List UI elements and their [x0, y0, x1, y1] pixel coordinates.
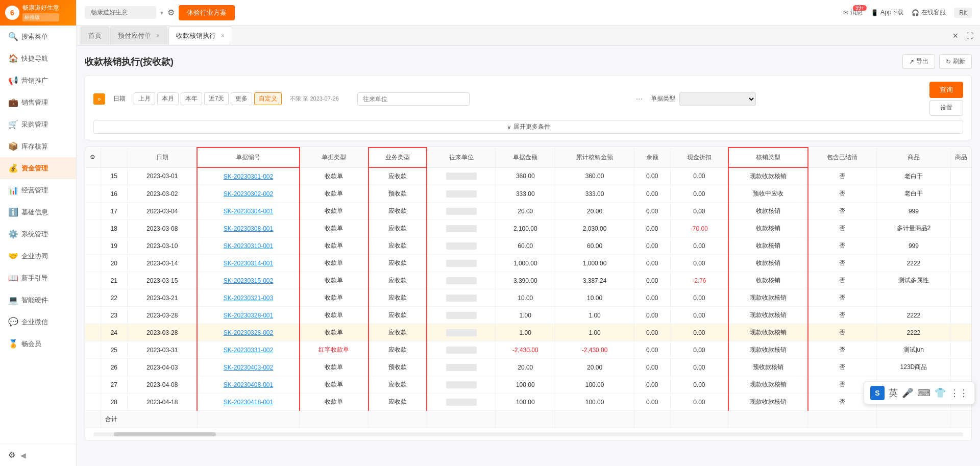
cell-include-settled: 否 — [808, 324, 876, 341]
date-btn-last-month[interactable]: 上月 — [134, 92, 155, 105]
tab-prepay-order[interactable]: 预付应付单 × — [110, 27, 167, 44]
topbar-dropdown-arrow[interactable]: ▾ — [160, 9, 163, 16]
filter-expand-button[interactable]: » — [93, 93, 105, 105]
horizontal-scrollbar[interactable] — [93, 432, 963, 436]
bill-no-link[interactable]: SK-20230331-002 — [224, 347, 273, 354]
topbar-online-service[interactable]: 🎧 在线客服 — [912, 8, 946, 17]
sidebar-item-operations[interactable]: 📊经营管理 — [0, 179, 76, 201]
ft-shirt-icon[interactable]: 👕 — [935, 387, 946, 399]
col-gear-icon[interactable]: ⚙ — [90, 154, 95, 161]
sidebar-item-system[interactable]: ⚙️系统管理 — [0, 223, 76, 245]
cell-no: 26 — [101, 359, 128, 376]
tab-home[interactable]: 首页 — [81, 27, 109, 44]
bill-no-link[interactable]: SK-20230304-001 — [224, 208, 273, 215]
sidebar-item-marketing[interactable]: 📢营销推广 — [0, 69, 76, 91]
sidebar-item-quick-nav[interactable]: 🏠快捷导航 — [0, 47, 76, 69]
cell-bill-type: 收款单 — [300, 203, 369, 220]
bill-no-link[interactable]: SK-20230328-001 — [224, 312, 273, 319]
cell-biz-type: 应收款 — [369, 237, 427, 255]
cell-cancel-type: 现款收款核销 — [728, 376, 808, 394]
bill-no-link[interactable]: SK-20230308-001 — [224, 225, 273, 232]
th-date: 日期 — [128, 148, 198, 167]
cell-goods2 — [951, 289, 972, 307]
data-table: ⚙ 日期 单据编号 单据类型 业务类型 往来单位 单据金额 累计核销金额 余额 … — [85, 146, 972, 441]
setting-button[interactable]: 设置 — [929, 100, 963, 116]
cell-bill-type: 收款单 — [300, 237, 369, 255]
topbar-app-download[interactable]: 📱 App下载 — [871, 8, 903, 17]
date-btn-custom[interactable]: 自定义 — [254, 92, 282, 105]
bill-type-select[interactable] — [679, 92, 756, 106]
sidebar-item-purchase[interactable]: 🛒采购管理 — [0, 113, 76, 135]
sidebar-item-basic-info[interactable]: ℹ️基础信息 — [0, 201, 76, 223]
cell-include-settled: 否 — [808, 185, 876, 203]
sidebar-item-enterprise[interactable]: 🤝企业协同 — [0, 245, 76, 267]
bill-no-link[interactable]: SK-20230408-001 — [224, 381, 273, 388]
bill-no-link[interactable]: SK-20230328-002 — [224, 329, 273, 336]
bill-no-link[interactable]: SK-20230315-002 — [224, 277, 273, 284]
cell-cum-cancel: 20.00 — [555, 359, 634, 376]
refresh-button[interactable]: ↻ 刷新 — [939, 54, 972, 69]
tab-collection-close[interactable]: × — [221, 32, 225, 39]
sidebar-item-sales[interactable]: 💼销售管理 — [0, 91, 76, 113]
sidebar-item-wechat[interactable]: 💬企业微信 — [0, 311, 76, 333]
bill-no-link[interactable]: SK-20230314-001 — [224, 260, 273, 267]
date-btn-more[interactable]: 更多 — [231, 92, 252, 105]
th-include-settled: 包含已结清 — [808, 148, 876, 167]
bill-no-link[interactable]: SK-20230418-001 — [224, 399, 273, 406]
cell-no: 21 — [101, 272, 128, 289]
cell-unit — [427, 237, 495, 255]
th-cancel-type: 核销类型 — [728, 148, 808, 167]
cell-biz-type: 预收款 — [369, 185, 427, 203]
expand-more-button[interactable]: ∨ 展开更多条件 — [93, 120, 963, 134]
info-icon: ℹ️ — [8, 207, 17, 217]
export-button[interactable]: ↗ 导出 — [902, 54, 935, 69]
tab-prepay-close[interactable]: × — [156, 32, 160, 39]
tab-nav-buttons: ✕ ⛶ — [949, 30, 976, 42]
cell-settings — [85, 185, 101, 203]
floating-toolbar: S 英 🎤 ⌨ 👕 ⋮⋮ — [864, 381, 975, 405]
settings-icon[interactable]: ⚙ — [8, 450, 15, 460]
cell-include-settled: 否 — [808, 307, 876, 324]
sidebar-item-member[interactable]: 🏅畅会员 — [0, 333, 76, 355]
cell-date: 2023-03-28 — [128, 307, 198, 324]
unit-filter-input[interactable] — [357, 92, 470, 106]
filter-more-dots[interactable]: ··· — [636, 94, 643, 104]
bill-no-link[interactable]: SK-20230310-001 — [224, 242, 273, 250]
cell-unit — [427, 307, 495, 324]
bill-no-link[interactable]: SK-20230301-002 — [224, 173, 273, 180]
topbar-gear-icon[interactable]: ⚙ — [167, 8, 175, 17]
cell-cash-discount: 0.00 — [670, 324, 728, 341]
cell-bill-type: 红字收款单 — [300, 341, 369, 359]
sidebar-item-finance[interactable]: 💰资金管理 — [0, 157, 76, 179]
cell-biz-type: 应收款 — [369, 341, 427, 359]
scrollbar-thumb[interactable] — [114, 432, 216, 436]
tab-collection-exec[interactable]: 收款核销执行 × — [168, 27, 232, 44]
cell-unit — [427, 289, 495, 307]
table-row: 17 2023-03-04 SK-20230304-001 收款单 应收款 20… — [85, 203, 971, 220]
date-btn-this-year[interactable]: 本年 — [181, 92, 202, 105]
topbar-user-name[interactable]: Rit — [954, 8, 972, 18]
collapse-icon[interactable]: ◀ — [20, 451, 26, 459]
sidebar-item-inventory[interactable]: 📦库存核算 — [0, 135, 76, 157]
bill-no-link[interactable]: SK-20230321-003 — [224, 295, 273, 302]
ft-keyboard-icon[interactable]: ⌨ — [917, 387, 930, 399]
bill-no-link[interactable]: SK-20230302-002 — [224, 190, 273, 198]
date-btn-this-month[interactable]: 本月 — [157, 92, 179, 105]
bill-no-link[interactable]: SK-20230403-002 — [224, 364, 273, 371]
solution-button[interactable]: 体验行业方案 — [179, 5, 235, 20]
sidebar-item-search-menu[interactable]: 🔍搜索菜单 — [0, 26, 76, 47]
topbar-message[interactable]: ✉ 消息 99+ — [843, 8, 863, 17]
cell-no: 16 — [101, 185, 128, 203]
tab-fullscreen-icon[interactable]: ⛶ — [964, 30, 976, 42]
sidebar-item-hardware[interactable]: 💻智能硬件 — [0, 289, 76, 311]
message-badge: 99+ — [853, 5, 867, 11]
tab-close-all-icon[interactable]: ✕ — [949, 30, 962, 42]
cell-date: 2023-03-02 — [128, 185, 198, 203]
ft-mic-icon[interactable]: 🎤 — [902, 387, 913, 399]
date-btn-7days[interactable]: 近7天 — [204, 92, 229, 105]
sidebar-item-guide[interactable]: 📖新手引导 — [0, 267, 76, 289]
ft-grid-icon[interactable]: ⋮⋮ — [950, 387, 968, 399]
refresh-icon: ↻ — [946, 58, 951, 65]
query-button[interactable]: 查询 — [929, 82, 963, 98]
ft-english-icon[interactable]: 英 — [889, 387, 898, 399]
